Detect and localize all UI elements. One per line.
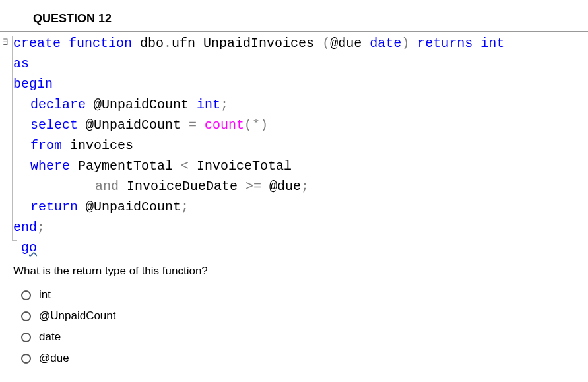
code-line-7: where PaymentTotal < InvoiceTotal (13, 156, 588, 176)
paren-close: ) (401, 36, 409, 51)
code-line-5: select @UnpaidCount = count(*) (13, 115, 588, 135)
kw-return: return (30, 199, 78, 214)
col-name: PaymentTotal (70, 158, 181, 174)
dot: . (164, 36, 172, 51)
code-line-10: end; (13, 217, 588, 238)
code-line-11: go (13, 238, 588, 258)
kw-where: where (30, 158, 70, 174)
question-prompt: What is the return type of this function… (0, 258, 588, 278)
equals: = (189, 117, 197, 133)
var-name: @UnpaidCount (78, 117, 189, 133)
type-int: int (473, 36, 504, 51)
kw-create: create (13, 36, 61, 51)
option-date[interactable]: date (21, 327, 588, 348)
code-line-2: as (13, 53, 588, 74)
var-name: @UnpaidCount (86, 97, 197, 112)
paren-open: ( (244, 117, 252, 133)
star: * (252, 117, 260, 133)
lt: < (181, 158, 189, 174)
kw-returns: returns (409, 36, 473, 51)
function-name: ufn_UnpaidInvoices (172, 36, 322, 51)
table-name: invoices (62, 138, 133, 153)
code-line-8: and InvoiceDueDate >= @due; (13, 176, 588, 197)
semicolon: ; (301, 179, 309, 194)
kw-begin: begin (13, 77, 53, 92)
var-name: @due (261, 179, 301, 194)
option-due[interactable]: @due (21, 348, 588, 369)
radio-icon (21, 290, 31, 300)
code-line-9: return @UnpaidCount; (13, 197, 588, 217)
option-label: date (39, 331, 61, 344)
type-date: date (370, 36, 401, 51)
option-int[interactable]: int (21, 284, 588, 305)
paren-open: ( (322, 36, 330, 51)
col-name: InvoiceTotal (189, 158, 292, 174)
fold-corner (12, 240, 17, 241)
options-group: int @UnpaidCount date @due (0, 278, 588, 369)
kw-from: from (30, 138, 62, 153)
radio-icon (21, 333, 31, 342)
col-name: InvoiceDueDate (119, 179, 245, 194)
question-title: QUESTION 12 (0, 12, 588, 31)
kw-and: and (95, 179, 119, 194)
code-line-3: begin (13, 74, 588, 94)
radio-icon (21, 354, 31, 364)
param-name: @due (330, 36, 370, 51)
radio-icon (21, 311, 31, 321)
code-block: ∃ create function dbo.ufn_UnpaidInvoices… (0, 31, 588, 258)
fold-icon: ∃ (3, 36, 11, 44)
semicolon: ; (220, 97, 228, 112)
kw-end: end (13, 220, 37, 235)
paren-close: ) (260, 117, 268, 133)
option-unpaidcount[interactable]: @UnpaidCount (21, 305, 588, 327)
kw-as: as (13, 56, 29, 71)
semicolon: ; (181, 199, 189, 214)
kw-go: go (21, 240, 37, 255)
code-line-4: declare @UnpaidCount int; (13, 94, 588, 115)
gte: >= (245, 179, 261, 194)
option-label: int (39, 288, 51, 302)
var-name: @UnpaidCount (78, 199, 181, 214)
fn-count: count (197, 117, 244, 133)
kw-function: function (69, 36, 132, 51)
schema-name: dbo (132, 36, 164, 51)
option-label: @UnpaidCount (39, 309, 116, 323)
type-int: int (197, 97, 220, 112)
semicolon: ; (37, 220, 45, 235)
kw-declare: declare (30, 97, 86, 112)
option-label: @due (39, 352, 69, 365)
kw-select: select (30, 117, 78, 133)
fold-guide (12, 36, 13, 240)
code-line-6: from invoices (13, 135, 588, 156)
code-line-1: create function dbo.ufn_UnpaidInvoices (… (13, 33, 588, 53)
